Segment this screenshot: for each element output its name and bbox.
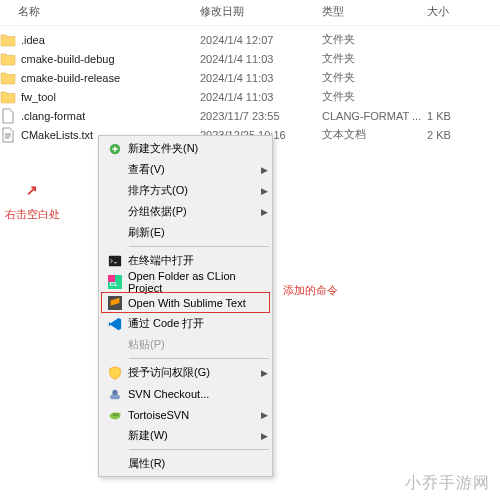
menu-separator: [129, 358, 269, 359]
terminal-icon: [105, 253, 125, 269]
menu-item: 粘贴(P): [101, 334, 270, 355]
submenu-arrow-icon: ▶: [258, 186, 270, 196]
column-headers: 名称 修改日期 类型 大小: [0, 0, 500, 26]
tortoise-icon: [105, 407, 125, 423]
annotation-left-text: 右击空白处: [5, 207, 60, 222]
file-type: 文本文档: [322, 127, 427, 142]
menu-separator: [129, 449, 269, 450]
blank-icon: [105, 428, 125, 444]
svg-point-6: [112, 389, 117, 394]
file-date: 2024/1/4 11:03: [200, 53, 322, 65]
blank-icon: [105, 183, 125, 199]
file-type: CLANG-FORMAT ...: [322, 110, 427, 122]
menu-label: 新建(W): [128, 428, 258, 443]
svg-text:CL: CL: [110, 279, 118, 286]
file-date: 2024/1/4 11:03: [200, 91, 322, 103]
menu-label: 分组依据(P): [128, 204, 258, 219]
menu-item[interactable]: 刷新(E): [101, 222, 270, 243]
file-type: 文件夹: [322, 32, 427, 47]
menu-item[interactable]: 分组依据(P)▶: [101, 201, 270, 222]
folder-icon: [0, 89, 18, 105]
file-explorer: 名称 修改日期 类型 大小 .idea2024/1/4 12:07文件夹cmak…: [0, 0, 500, 144]
file-row[interactable]: cmake-build-release2024/1/4 11:03文件夹: [0, 68, 500, 87]
menu-item[interactable]: 排序方式(O)▶: [101, 180, 270, 201]
menu-item[interactable]: TortoiseSVN▶: [101, 404, 270, 425]
blank-icon: [105, 204, 125, 220]
file-type: 文件夹: [322, 89, 427, 104]
svn-icon: [105, 386, 125, 402]
folder-icon: [0, 51, 18, 67]
clion-icon: CL: [105, 274, 125, 290]
menu-label: 授予访问权限(G): [128, 365, 258, 380]
file-size: 2 KB: [427, 129, 482, 141]
menu-item[interactable]: 查看(V)▶: [101, 159, 270, 180]
menu-label: Open With Sublime Text: [128, 297, 258, 309]
menu-item[interactable]: 在终端中打开: [101, 250, 270, 271]
file-date: 2024/1/4 12:07: [200, 34, 322, 46]
column-name[interactable]: 名称: [0, 4, 200, 19]
file-name: cmake-build-debug: [18, 53, 200, 65]
menu-item[interactable]: 属性(R): [101, 453, 270, 474]
folder-icon: [0, 70, 18, 86]
menu-separator: [129, 246, 269, 247]
shield-icon: [105, 365, 125, 381]
submenu-arrow-icon: ▶: [258, 368, 270, 378]
menu-label: 查看(V): [128, 162, 258, 177]
menu-label: 在终端中打开: [128, 253, 258, 268]
new-icon: [105, 141, 125, 157]
menu-label: SVN Checkout...: [128, 388, 258, 400]
submenu-arrow-icon: ▶: [258, 207, 270, 217]
menu-label: 新建文件夹(N): [128, 141, 258, 156]
file-row[interactable]: cmake-build-debug2024/1/4 11:03文件夹: [0, 49, 500, 68]
menu-item[interactable]: SVN Checkout...: [101, 383, 270, 404]
file-list[interactable]: .idea2024/1/4 12:07文件夹cmake-build-debug2…: [0, 26, 500, 144]
column-date[interactable]: 修改日期: [200, 4, 322, 19]
file-name: cmake-build-release: [18, 72, 200, 84]
menu-item[interactable]: 新建文件夹(N): [101, 138, 270, 159]
blank-icon: [105, 162, 125, 178]
file-name: .clang-format: [18, 110, 200, 122]
submenu-arrow-icon: ▶: [258, 431, 270, 441]
folder-icon: [0, 32, 18, 48]
file-type: 文件夹: [322, 51, 427, 66]
file-row[interactable]: .idea2024/1/4 12:07文件夹: [0, 30, 500, 49]
menu-item[interactable]: 通过 Code 打开: [101, 313, 270, 334]
menu-label: 刷新(E): [128, 225, 258, 240]
file-date: 2024/1/4 11:03: [200, 72, 322, 84]
menu-label: 通过 Code 打开: [128, 316, 258, 331]
file-name: .idea: [18, 34, 200, 46]
submenu-arrow-icon: ▶: [258, 410, 270, 420]
file-date: 2023/11/7 23:55: [200, 110, 322, 122]
menu-label: 排序方式(O): [128, 183, 258, 198]
column-type[interactable]: 类型: [322, 4, 427, 19]
txt-icon: [0, 127, 18, 143]
menu-label: Open Folder as CLion Project: [128, 270, 258, 294]
annotation-arrow: ↗: [26, 182, 38, 198]
file-type: 文件夹: [322, 70, 427, 85]
menu-item[interactable]: 新建(W)▶: [101, 425, 270, 446]
file-row[interactable]: fw_tool2024/1/4 11:03文件夹: [0, 87, 500, 106]
menu-item[interactable]: Open With Sublime Text: [101, 292, 270, 313]
submenu-arrow-icon: ▶: [258, 165, 270, 175]
watermark: 小乔手游网: [405, 473, 490, 494]
menu-item[interactable]: 授予访问权限(G)▶: [101, 362, 270, 383]
menu-item[interactable]: CLOpen Folder as CLion Project: [101, 271, 270, 292]
annotation-right-text: 添加的命令: [283, 283, 338, 298]
vscode-icon: [105, 316, 125, 332]
blank-icon: [105, 337, 125, 353]
file-size: 1 KB: [427, 110, 482, 122]
sublime-icon: [105, 295, 125, 311]
file-icon: [0, 108, 18, 124]
blank-icon: [105, 456, 125, 472]
menu-label: 属性(R): [128, 456, 258, 471]
blank-icon: [105, 225, 125, 241]
column-size[interactable]: 大小: [427, 4, 482, 19]
svg-point-8: [118, 412, 121, 415]
context-menu: 新建文件夹(N)查看(V)▶排序方式(O)▶分组依据(P)▶刷新(E)在终端中打…: [98, 135, 273, 477]
file-name: fw_tool: [18, 91, 200, 103]
menu-label: 粘贴(P): [128, 337, 258, 352]
menu-label: TortoiseSVN: [128, 409, 258, 421]
file-row[interactable]: .clang-format2023/11/7 23:55CLANG-FORMAT…: [0, 106, 500, 125]
